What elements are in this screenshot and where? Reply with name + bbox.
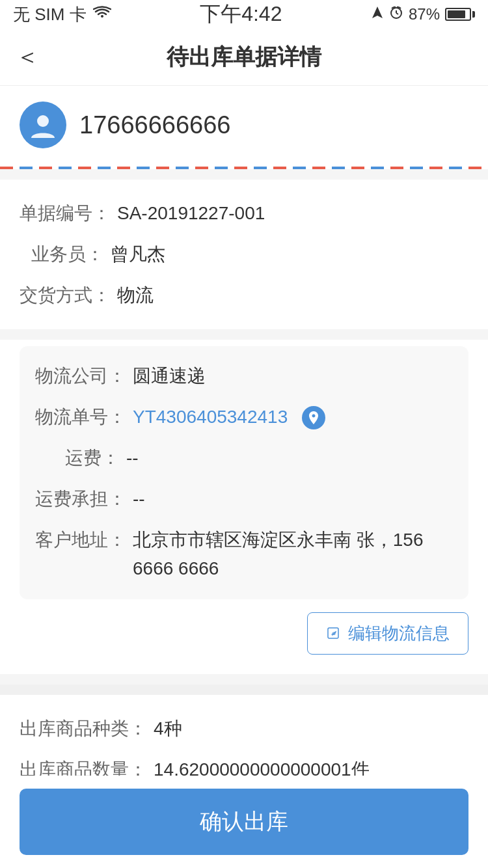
edit-logistics-label: 编辑物流信息: [348, 622, 450, 645]
delivery-method-row: 交货方式： 物流: [20, 281, 468, 310]
gps-icon: [371, 5, 384, 23]
status-right: 87%: [371, 5, 475, 23]
logistics-company-label: 物流公司：: [35, 362, 133, 391]
edit-button-row: 编辑物流信息: [20, 612, 468, 655]
avatar: [20, 102, 66, 148]
nav-bar: ＜ 待出库单据详情: [0, 29, 488, 86]
delivery-method-value: 物流: [117, 281, 468, 310]
logistics-card: 物流公司： 圆通速递 物流单号： YT4306405342413 运费： -- …: [20, 346, 468, 599]
back-button[interactable]: ＜: [16, 41, 39, 73]
user-phone: 17666666666: [79, 111, 230, 139]
document-no-value: SA-20191227-001: [117, 199, 468, 228]
bottom-bar: 确认出库: [0, 776, 488, 868]
address-value: 北京市市辖区海淀区永丰南 张，156 6666 6666: [133, 526, 453, 584]
location-pin-icon[interactable]: [302, 406, 325, 429]
address-row: 客户地址： 北京市市辖区海淀区永丰南 张，156 6666 6666: [35, 526, 453, 584]
freight-bearer-value: --: [133, 485, 453, 514]
battery-percent: 87%: [409, 5, 440, 23]
wifi-icon: [93, 5, 111, 25]
address-label: 客户地址：: [35, 526, 133, 555]
page-title: 待出库单据详情: [167, 42, 321, 72]
tracking-row: 物流单号： YT4306405342413: [35, 403, 453, 432]
document-no-label: 单据编号：: [20, 199, 117, 228]
basic-info-section: 单据编号： SA-20191227-001 业务员： 曾凡杰 交货方式： 物流: [0, 180, 488, 329]
svg-point-3: [37, 115, 49, 127]
sales-person-row: 业务员： 曾凡杰: [20, 240, 468, 269]
edit-icon: [326, 626, 342, 642]
alarm-icon: [389, 5, 403, 23]
user-section: 17666666666: [0, 86, 488, 164]
status-bar: 无 SIM 卡 下午4:42 87%: [0, 0, 488, 29]
carrier-label: 无 SIM 卡: [13, 3, 87, 26]
freight-value: --: [126, 444, 453, 473]
freight-label: 运费：: [35, 444, 126, 473]
freight-bearer-row: 运费承担： --: [35, 485, 453, 514]
freight-bearer-label: 运费承担：: [35, 485, 133, 514]
tracking-value: YT4306405342413: [133, 403, 453, 432]
tracking-label: 物流单号：: [35, 403, 133, 432]
delivery-method-label: 交货方式：: [20, 281, 117, 310]
sales-person-value: 曾凡杰: [111, 240, 468, 269]
product-types-row: 出库商品种类： 4种: [20, 714, 468, 744]
dashed-separator: [0, 164, 488, 169]
logistics-company-row: 物流公司： 圆通速递: [35, 362, 453, 391]
sales-person-label: 业务员：: [20, 240, 111, 269]
product-types-value: 4种: [154, 714, 468, 744]
document-no-row: 单据编号： SA-20191227-001: [20, 199, 468, 228]
svg-line-2: [396, 13, 398, 14]
edit-logistics-button[interactable]: 编辑物流信息: [307, 612, 468, 655]
status-left: 无 SIM 卡: [13, 3, 111, 26]
logistics-company-value: 圆通速递: [133, 362, 453, 391]
section-divider: [0, 685, 488, 695]
product-types-label: 出库商品种类：: [20, 714, 154, 744]
confirm-outbound-button[interactable]: 确认出库: [20, 789, 468, 855]
status-time: 下午4:42: [200, 0, 282, 29]
freight-row: 运费： --: [35, 444, 453, 473]
battery-icon: [445, 8, 475, 21]
logistics-section: 物流公司： 圆通速递 物流单号： YT4306405342413 运费： -- …: [0, 340, 488, 674]
